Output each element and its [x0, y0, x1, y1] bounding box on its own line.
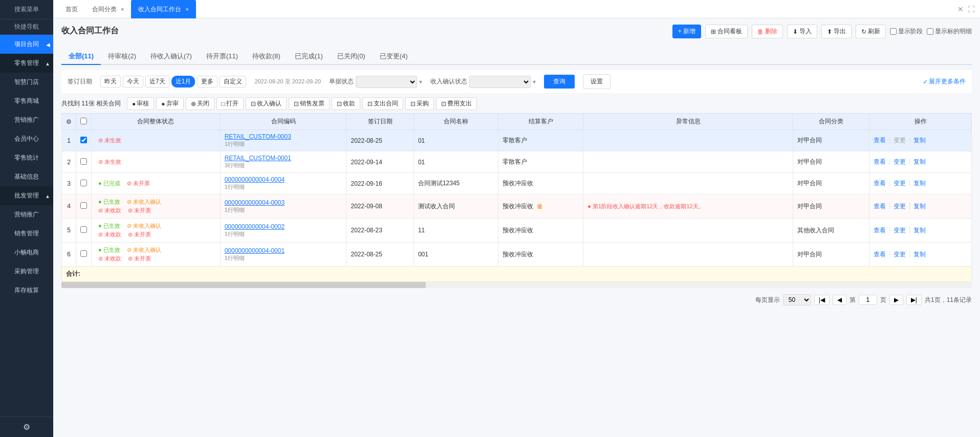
- filter-tab-completed[interactable]: 已完成(1): [288, 49, 330, 65]
- sales-invoice-button[interactable]: ⊡ 销售发票: [289, 97, 330, 110]
- copy-link[interactable]: 复制: [913, 226, 926, 235]
- contract-code-link[interactable]: 0000000000004-0002: [225, 223, 285, 230]
- filter-tab-pending-income-confirm[interactable]: 待收入确认(7): [143, 49, 199, 65]
- close-icon[interactable]: ×: [121, 0, 124, 18]
- contract-code-link[interactable]: 0000000000004-0001: [225, 247, 285, 254]
- filter-tab-changed[interactable]: 已变更(4): [373, 49, 415, 65]
- copy-link[interactable]: 复制: [913, 202, 926, 211]
- expand-icon[interactable]: ⛶: [968, 5, 975, 13]
- add-button[interactable]: + 新增: [672, 25, 701, 38]
- contract-code-link[interactable]: RETAIL_CUSTOM-0001: [225, 155, 291, 162]
- filter-tab-closed[interactable]: 已关闭(0): [330, 49, 373, 65]
- row-checkbox[interactable]: [76, 130, 92, 151]
- dashboard-button[interactable]: ⊞ 合同看板: [705, 25, 748, 38]
- col-code[interactable]: 合同编码: [220, 114, 346, 130]
- contract-code-link[interactable]: 0000000000004-0003: [225, 199, 285, 206]
- col-customer[interactable]: 结算客户: [498, 114, 583, 130]
- filter-settings-button[interactable]: 设置: [583, 74, 611, 89]
- view-link[interactable]: 查看: [874, 179, 886, 188]
- sidebar-item-mkt-promo[interactable]: 营销推广: [0, 205, 53, 224]
- refresh-button[interactable]: ↻ 刷新: [856, 25, 886, 38]
- view-link[interactable]: 查看: [874, 202, 886, 211]
- expense-button[interactable]: ⊡ 费用支出: [436, 97, 477, 110]
- sidebar-item-sales-mgmt[interactable]: 销售管理: [0, 224, 53, 243]
- doc-status-select[interactable]: [356, 76, 417, 88]
- filter-tab-all[interactable]: 全部(11): [61, 49, 101, 65]
- today-btn[interactable]: 今天: [123, 76, 143, 88]
- close-window-icon[interactable]: ✕: [957, 5, 964, 13]
- contract-code-link[interactable]: RETAIL_CUSTOM-0003: [225, 133, 291, 140]
- sidebar-item-retail-mgmt[interactable]: 零售管理 ▲: [0, 54, 53, 73]
- copy-link[interactable]: 复制: [913, 250, 926, 259]
- col-category[interactable]: 合同分类: [793, 114, 869, 130]
- sidebar-item-retail-stat[interactable]: 零售统计: [0, 148, 53, 167]
- change-link[interactable]: 变更: [894, 158, 906, 166]
- view-link[interactable]: 查看: [874, 226, 886, 235]
- filter-tab-pending-review[interactable]: 待审核(2): [101, 49, 143, 65]
- sidebar-settings[interactable]: ⚙: [0, 417, 53, 437]
- sidebar-item-retail-mall[interactable]: 零售商城: [0, 92, 53, 111]
- copy-link[interactable]: 复制: [913, 179, 926, 188]
- sidebar-nav[interactable]: 快捷导航: [0, 19, 53, 35]
- tab-home[interactable]: 首页: [58, 0, 85, 18]
- close-icon[interactable]: ×: [185, 0, 188, 18]
- review-button[interactable]: ● 审核: [127, 97, 154, 110]
- income-confirm-button[interactable]: ⊡ 收入确认: [246, 97, 287, 110]
- view-link[interactable]: 查看: [874, 136, 886, 145]
- close-contract-button[interactable]: ⊗ 关闭: [186, 97, 214, 110]
- copy-link[interactable]: 复制: [913, 158, 926, 166]
- contract-code-link[interactable]: 0000000000004-0004: [225, 176, 285, 183]
- row-checkbox[interactable]: [76, 218, 92, 243]
- sidebar-item-project[interactable]: 项目合同 ◀: [0, 35, 53, 54]
- sidebar-item-xiaochang[interactable]: 小畅电商: [0, 243, 53, 262]
- change-link[interactable]: 变更: [894, 202, 906, 211]
- col-settings[interactable]: ⚙: [62, 114, 76, 130]
- page-size-select[interactable]: 50 10 20 100: [783, 294, 811, 305]
- payout-contract-button[interactable]: ⊡ 支出合同: [362, 97, 403, 110]
- page-input[interactable]: [859, 295, 877, 305]
- horizontal-scrollbar[interactable]: [61, 282, 972, 288]
- prev-page-btn[interactable]: ◀: [833, 295, 846, 305]
- row-checkbox[interactable]: [76, 173, 92, 194]
- tab-income-workbench[interactable]: 收入合同工作台 ×: [131, 0, 195, 18]
- view-link[interactable]: 查看: [874, 158, 886, 166]
- receipt-button[interactable]: ⊡ 收款: [332, 97, 360, 110]
- income-confirm-select[interactable]: [469, 76, 531, 88]
- col-checkbox[interactable]: [76, 114, 92, 130]
- custom-btn[interactable]: 自定义: [220, 76, 246, 88]
- col-exception[interactable]: 异常信息: [583, 114, 793, 130]
- open-contract-button[interactable]: □ 打开: [216, 97, 244, 110]
- col-name[interactable]: 合同名称: [413, 114, 498, 130]
- last1month-btn[interactable]: 近1月: [171, 76, 195, 88]
- purchase-button[interactable]: ⊡ 采购: [405, 97, 434, 110]
- sidebar-item-inventory[interactable]: 库存核算: [0, 281, 53, 300]
- next-page-btn[interactable]: ▶: [889, 295, 903, 305]
- sidebar-item-marketing[interactable]: 营销推广: [0, 111, 53, 129]
- sidebar-item-smart-store[interactable]: 智慧门店: [0, 73, 53, 92]
- abandon-button[interactable]: ● 弃审: [156, 97, 183, 110]
- change-link[interactable]: 变更: [894, 179, 906, 188]
- more-btn[interactable]: 更多: [197, 76, 217, 88]
- sidebar-item-base-info[interactable]: 基础信息: [0, 167, 53, 186]
- import-button[interactable]: ⬇ 导入: [787, 25, 817, 38]
- show-stage-checkbox[interactable]: 显示阶段: [890, 27, 923, 36]
- query-button[interactable]: 查询: [544, 75, 575, 89]
- change-link[interactable]: 变更: [894, 136, 906, 145]
- filter-tab-pending-invoice[interactable]: 待开票(11): [199, 49, 245, 65]
- delete-button[interactable]: 🗑 删除: [752, 25, 783, 38]
- copy-link[interactable]: 复制: [913, 136, 926, 145]
- row-checkbox[interactable]: [76, 243, 92, 267]
- view-link[interactable]: 查看: [874, 250, 886, 259]
- first-page-btn[interactable]: |◀: [814, 295, 830, 305]
- sidebar-item-member[interactable]: 会员中心: [0, 129, 53, 148]
- yesterday-btn[interactable]: 昨天: [100, 76, 121, 88]
- show-mark-checkbox[interactable]: 显示标的明细: [927, 27, 972, 36]
- change-link[interactable]: 变更: [894, 250, 906, 259]
- change-link[interactable]: 变更: [894, 226, 906, 235]
- tab-contract-cat[interactable]: 合同分类 ×: [85, 0, 131, 18]
- expand-conditions-btn[interactable]: ✓ 展开更多条件: [923, 77, 966, 86]
- last7days-btn[interactable]: 近7天: [145, 76, 169, 88]
- sidebar-search[interactable]: 搜索菜单: [0, 0, 53, 19]
- filter-tab-pending-receipt[interactable]: 待收款(8): [245, 49, 288, 65]
- row-checkbox[interactable]: [76, 194, 92, 218]
